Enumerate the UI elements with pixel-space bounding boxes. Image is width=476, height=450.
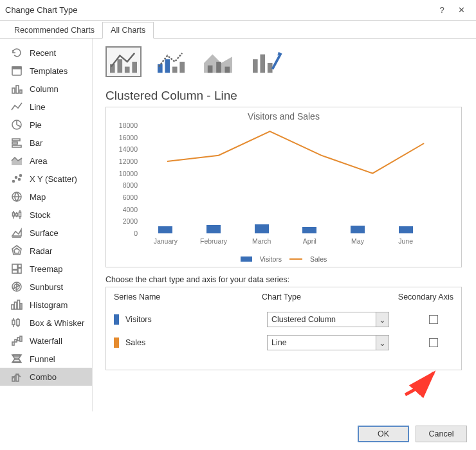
y-tick: 2000 — [111, 217, 138, 225]
close-button[interactable]: ✕ — [452, 5, 471, 15]
sidebar-item-label: Map — [30, 192, 46, 202]
sidebar-item-map[interactable]: Map — [0, 188, 92, 206]
sidebar-item-area[interactable]: Area — [0, 152, 92, 170]
sidebar-icon — [10, 334, 23, 347]
cancel-button[interactable]: Cancel — [416, 426, 467, 442]
sidebar-item-label: Bar — [30, 138, 42, 148]
secondary-axis-checkbox[interactable] — [429, 338, 438, 347]
svg-rect-48 — [14, 361, 20, 363]
svg-rect-52 — [117, 59, 122, 73]
svg-rect-64 — [260, 55, 265, 73]
sidebar-item-label: Funnel — [30, 354, 55, 364]
combo-icon-2 — [155, 48, 187, 75]
ok-button[interactable]: OK — [358, 426, 409, 442]
sidebar-item-bar[interactable]: Bar — [0, 134, 92, 152]
bar — [399, 226, 413, 233]
sidebar-item-surface[interactable]: Surface — [0, 224, 92, 242]
chart-type-sidebar: Recent Templates Column Line Pie Bar Are… — [0, 39, 93, 411]
sidebar-item-stock[interactable]: Stock — [0, 206, 92, 224]
series-color-chip — [114, 338, 119, 348]
sidebar-item-radar[interactable]: Radar — [0, 242, 92, 260]
sidebar-item-funnel[interactable]: Funnel — [0, 350, 92, 368]
x-tick: February — [200, 237, 227, 245]
series-hint-text: Choose the chart type and axis for your … — [105, 275, 462, 284]
x-tick: January — [154, 237, 178, 245]
secondary-axis-checkbox[interactable] — [429, 315, 438, 324]
svg-marker-24 — [14, 248, 19, 253]
series-chart-type-dropdown[interactable]: Clustered Column ⌄ — [267, 312, 389, 327]
sidebar-item-x-y-scatter-[interactable]: X Y (Scatter) — [0, 170, 92, 188]
main-panel: Clustered Column - Line Visitors and Sal… — [93, 39, 476, 411]
subtype-stacked-area-column[interactable] — [201, 46, 237, 77]
sidebar-item-label: Line — [30, 102, 46, 112]
sidebar-item-recent[interactable]: Recent — [0, 44, 92, 62]
titlebar: Change Chart Type ? ✕ — [0, 0, 476, 21]
sidebar-icon — [10, 370, 23, 383]
subtype-clustered-column-line[interactable] — [105, 46, 142, 77]
sidebar-item-sunburst[interactable]: Sunburst — [0, 278, 92, 296]
sidebar-item-label: Combo — [30, 372, 57, 382]
subtype-clustered-column-line-secondary[interactable] — [153, 46, 189, 77]
svg-rect-53 — [125, 67, 130, 73]
svg-rect-35 — [17, 300, 20, 309]
subtype-custom-combo[interactable] — [248, 46, 284, 77]
series-header-name: Series Name — [114, 292, 262, 302]
bar — [255, 224, 269, 233]
legend-swatch-visitors — [241, 256, 252, 262]
series-name: Sales — [125, 338, 267, 347]
svg-rect-19 — [16, 213, 18, 216]
sidebar-icon — [10, 226, 23, 239]
sidebar-item-label: Waterfall — [30, 336, 62, 346]
svg-rect-20 — [19, 212, 21, 217]
sidebar-icon — [10, 136, 23, 149]
sidebar-icon — [10, 82, 23, 95]
x-tick: April — [303, 237, 316, 245]
bar — [158, 226, 172, 233]
combo-icon-4 — [250, 48, 282, 75]
svg-rect-3 — [16, 86, 19, 93]
x-tick: March — [252, 237, 271, 245]
x-tick: May — [351, 237, 364, 245]
svg-rect-63 — [253, 59, 258, 73]
svg-point-11 — [15, 177, 17, 179]
sidebar-item-label: Treemap — [30, 264, 63, 274]
tab-recommended[interactable]: Recommended Charts — [6, 22, 102, 38]
help-button[interactable]: ? — [432, 5, 452, 15]
chart-heading: Clustered Column - Line — [105, 89, 462, 103]
svg-rect-44 — [20, 336, 22, 341]
svg-rect-46 — [14, 355, 20, 356]
chevron-down-icon: ⌄ — [376, 336, 389, 350]
sidebar-item-pie[interactable]: Pie — [0, 116, 92, 134]
series-chart-type-dropdown[interactable]: Line ⌄ — [267, 335, 389, 350]
svg-rect-2 — [12, 88, 15, 93]
svg-rect-18 — [13, 213, 15, 216]
svg-rect-43 — [17, 338, 19, 341]
sidebar-item-templates[interactable]: Templates — [0, 62, 92, 80]
sidebar-item-waterfall[interactable]: Waterfall — [0, 332, 92, 350]
svg-rect-54 — [132, 62, 137, 73]
sidebar-icon — [10, 316, 23, 329]
sidebar-icon — [10, 118, 23, 131]
svg-point-12 — [19, 179, 21, 181]
svg-rect-28 — [12, 270, 17, 273]
chart-preview: Visitors and Sales 020004000600080001000… — [105, 107, 462, 267]
svg-rect-6 — [12, 139, 20, 141]
sidebar-icon — [10, 298, 23, 311]
tab-strip: Recommended Charts All Charts — [0, 21, 476, 39]
sidebar-item-column[interactable]: Column — [0, 80, 92, 98]
series-row: Visitors Clustered Column ⌄ — [114, 308, 453, 331]
sidebar-item-label: Stock — [30, 210, 51, 220]
sidebar-item-combo[interactable]: Combo — [0, 368, 92, 386]
tab-all-charts[interactable]: All Charts — [102, 22, 154, 39]
sidebar-item-box-whisker[interactable]: Box & Whisker — [0, 314, 92, 332]
sidebar-item-line[interactable]: Line — [0, 98, 92, 116]
sidebar-item-label: Sunburst — [30, 282, 63, 292]
svg-rect-58 — [179, 62, 185, 73]
sidebar-icon — [10, 100, 23, 113]
sidebar-item-histogram[interactable]: Histogram — [0, 296, 92, 314]
svg-rect-8 — [12, 145, 21, 147]
svg-rect-1 — [12, 67, 21, 69]
legend-swatch-sales — [289, 258, 302, 260]
sidebar-item-treemap[interactable]: Treemap — [0, 260, 92, 278]
sidebar-icon — [10, 262, 23, 275]
